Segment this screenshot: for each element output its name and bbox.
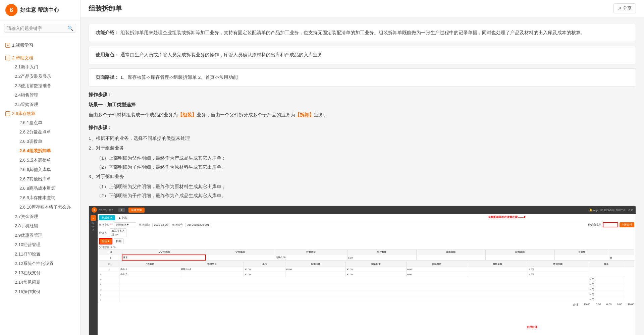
- plus-icon: +: [5, 43, 10, 48]
- sidebar-item-2-6-4[interactable]: 2.6.4组装拆卸单: [5, 146, 75, 156]
- sidebar-item-2-6-7[interactable]: 2.6.7其他出库单: [5, 174, 75, 184]
- mock-lower-row1-cost2: [467, 267, 528, 272]
- mock-lower-row5-wh: ⊙ 罚: [588, 287, 625, 292]
- mock-lower-th-unit: 单位: [244, 262, 285, 267]
- mock-lower-row1-unit: 30.00: [244, 267, 285, 272]
- sidebar-item-2-12[interactable]: 2.12系统个性化设置: [5, 259, 75, 268]
- logo-area: 6 好生意 帮助中心: [0, 0, 80, 20]
- annotation-3: 启用处理: [527, 325, 537, 329]
- search-box[interactable]: 🔍: [4, 24, 76, 33]
- mock-footer-val4: 0.00: [617, 303, 622, 306]
- logo-text: 好生意 帮助中心: [20, 7, 59, 14]
- mock-td-1-avail-val: [554, 255, 609, 260]
- step1: 1、根据不同的业务，选择不同单据的类型来处理: [89, 134, 636, 143]
- sidebar-item-2-6-3[interactable]: 2.6.3调拨单: [5, 137, 75, 146]
- sidebar-item-2-8[interactable]: 2.8手机旺辅: [5, 221, 75, 231]
- mock-lower-th-cost2: 材料金额: [467, 262, 528, 267]
- mock-num-val: AD-20191226-001: [185, 223, 211, 227]
- mock-footer-qty: 合计: [573, 303, 578, 306]
- mock-lower-th-ops2: [625, 262, 634, 267]
- sidebar-item-2-11[interactable]: 2.11打印设置: [5, 249, 75, 259]
- mock-select: ▼: [118, 208, 125, 212]
- sidebar-item-2-6-2[interactable]: 2.6.2分量盘点单: [5, 127, 75, 137]
- mock-th-check: ☐: [99, 250, 122, 255]
- sidebar-item-2-6[interactable]: − 2.6库存核算: [5, 109, 75, 118]
- nav-section-1: + 1.视频学习: [0, 39, 80, 52]
- sidebar-item-2-6-9[interactable]: 2.6.9库存账本查询: [5, 193, 75, 203]
- role-text: 通常由生产人员或库管人员完成拆装业务的操作，库管人员确认原材料的出库和产成品的入…: [120, 52, 322, 57]
- sidebar-item-2-9[interactable]: 2.9优惠券管理: [5, 231, 75, 240]
- mock-lower-row7-wh: ⊙ 罚: [588, 297, 625, 302]
- path-label: 页面路径：: [96, 75, 119, 80]
- share-label: 分享: [623, 5, 632, 11]
- mock-lower-row1-cost: 0.00: [407, 267, 467, 272]
- sidebar-item-2-6-10[interactable]: 2.6.10库存账本错了怎么办: [5, 203, 75, 212]
- logo-icon: 6: [5, 4, 17, 16]
- mock-lower-row7-num: 7: [99, 297, 119, 302]
- mock-date-val: 2019-12-26: [152, 223, 169, 227]
- sidebar-item-video-label: 1.视频学习: [12, 42, 33, 48]
- sidebar-item-2-15[interactable]: 2.15操作案例: [5, 287, 75, 296]
- sidebar-item-2-10[interactable]: 2.10经营管理: [5, 240, 75, 249]
- mock-right-icons: 🔔 App下载 在线咨询 帮助中心 C C: [589, 208, 633, 212]
- mock-lower-row1-wh: ⊙ 罚: [528, 267, 588, 272]
- sidebar-item-2-6-8[interactable]: 2.6.8商品成本重算: [5, 184, 75, 193]
- mock-lower-th-cost: 材料单价: [407, 262, 467, 267]
- mock-lower-row1-num: 1: [99, 267, 119, 272]
- sidebar-item-2-5[interactable]: 2.5采购管理: [5, 100, 75, 109]
- mock-footer-val5: $0.00: [628, 303, 634, 306]
- sidebar: 6 好生意 帮助中心 🔍 + 1.视频学习 − 2.帮助文档 2.1新手入门 2…: [0, 0, 80, 335]
- func-intro-block: 功能介绍： 组装拆卸单用来处理企业组装或拆卸等加工业务，支持有固定装配清单的产品…: [89, 24, 636, 42]
- ops-steps-title: 操作步骤：: [89, 125, 636, 131]
- content-area: 功能介绍： 组装拆卸单用来处理企业组装或拆卸等加工业务，支持有固定装配清单的产品…: [80, 17, 644, 335]
- step2-sub2: （2）下部明细为子件明细，最终作为原材料生成其它出库单。: [89, 163, 636, 172]
- func-intro-text: 组装拆卸单用来处理企业组装或拆卸等加工业务，支持有固定装配清单的产品加工业务，也…: [120, 30, 585, 35]
- sidebar-item-2-6-6[interactable]: 2.6.6其他入库单: [5, 165, 75, 174]
- sidebar-item-2-7[interactable]: 2.7资金管理: [5, 212, 75, 221]
- mock-th-qty: 计量单位: [275, 250, 347, 255]
- mock-lower-row3-wh: ⊙ 罚: [588, 277, 625, 282]
- sidebar-item-video[interactable]: + 1.视频学习: [5, 41, 75, 50]
- mock-tab-active: 新增单据: [99, 215, 115, 220]
- mock-lower-row2-num: 2: [99, 272, 119, 277]
- nav-sub-items-2: 2.1新手入门 2.2产品安装及登录 2.3使用前数据准备 2.4销售管理 2.…: [5, 62, 75, 296]
- chaijian-link[interactable]: 【拆卸】: [295, 112, 314, 117]
- mock-lower-row2-wh: ⊙ 罚: [528, 272, 588, 277]
- sidebar-item-2-2[interactable]: 2.2产品安装及登录: [5, 72, 75, 81]
- search-icon[interactable]: 🔍: [67, 25, 73, 31]
- share-button[interactable]: ↗ 分享: [613, 3, 636, 13]
- zhuangzu-link[interactable]: 【组装】: [178, 112, 197, 117]
- role-label: 使用角色：: [96, 52, 119, 57]
- sidebar-item-help-docs[interactable]: − 2.帮助文档: [5, 54, 75, 62]
- sidebar-item-2-6-1[interactable]: 2.6.1盘点单: [5, 118, 75, 127]
- mock-lower-th-qty: 标准用量: [285, 262, 346, 267]
- mock-th-ops: [609, 250, 634, 255]
- topbar: 组装拆卸单 ↗ 分享: [80, 0, 644, 17]
- sidebar-item-2-14[interactable]: 2.14常见问题: [5, 278, 75, 287]
- sidebar-item-2-6-5[interactable]: 2.6.5成本调整单: [5, 156, 75, 165]
- mock-th-spec: 父件规格: [206, 250, 275, 255]
- mock-lower-row1-spec: 规格1 = 4: [180, 267, 244, 272]
- mock-warehouse-input: [603, 222, 618, 227]
- sidebar-item-2-13[interactable]: 2.13在线支付: [5, 268, 75, 278]
- mock-td-1-check: 1: [99, 255, 122, 260]
- mock-main-content: 新增单据 ▲ 列表 单据类型 * 组装单据▼ 单据日期 2019-12-26 单…: [98, 214, 636, 335]
- mock-lower-row4-wh: ⊙ 罚: [588, 282, 625, 287]
- sidebar-item-2-3[interactable]: 2.3使用前数据准备: [5, 81, 75, 91]
- scene1-desc: 当由多个子件材料组装成一个成品的业务为【组装】业务，当由一个父件拆分成多个子产品…: [89, 111, 636, 119]
- mock-td-1-qty-val: 钢铁/1.00: [275, 255, 347, 260]
- mock-td-1-spec: [206, 255, 275, 260]
- mock-type-btn: 组装▼: [99, 238, 112, 244]
- mock-lower-row2-name: 桌面 2: [119, 272, 180, 277]
- mock-th-cost: 成本金额: [416, 250, 485, 255]
- sidebar-item-2-1[interactable]: 2.1新手入门: [5, 62, 75, 72]
- mock-left-sidebar: ≡ ⊙ ☰ ⚙: [89, 214, 98, 335]
- minus-icon-2-6: −: [5, 111, 10, 116]
- role-block: 使用角色： 通常由生产人员或库管人员完成拆装业务的操作，库管人员确认原材料的出库…: [89, 46, 636, 64]
- mock-footer-val1: $9.00: [584, 303, 590, 306]
- sidebar-item-2-4[interactable]: 2.4销售管理: [5, 91, 75, 100]
- mock-lower-row1-qty: 80.00: [285, 267, 346, 272]
- mock-lower-th-ops: 加工: [588, 262, 625, 267]
- mock-lower-th-spec: 规格型号: [180, 262, 244, 267]
- search-input[interactable]: [7, 26, 67, 31]
